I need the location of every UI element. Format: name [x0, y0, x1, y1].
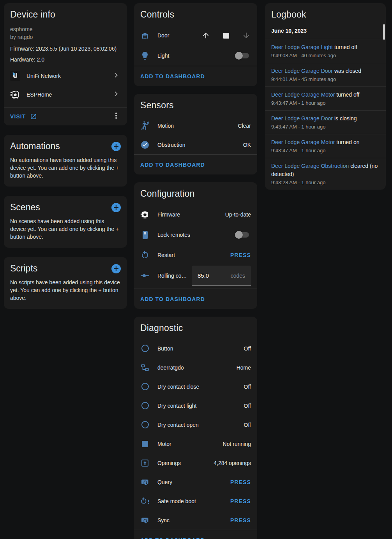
motion-state: Clear: [238, 123, 251, 129]
scripts-title: Scripts: [10, 263, 37, 274]
diag-label: Dry contact open: [157, 422, 240, 428]
controls-title: Controls: [134, 3, 257, 25]
door-open-button[interactable]: [201, 31, 210, 40]
diag-row-safe-mode-boot[interactable]: Safe mode boot PRESS: [134, 491, 257, 511]
restart-icon: [140, 250, 150, 260]
obstruction-label: Obstruction: [157, 142, 239, 148]
visit-button[interactable]: VISIT: [10, 113, 37, 120]
lan-icon: [140, 363, 150, 372]
rolling-code-input[interactable]: 85.0 codes: [192, 266, 251, 286]
logbook-card: Logbook June 10, 2023 Deer Lodge Garage …: [265, 3, 386, 190]
firmware-label: Firmware: [157, 211, 221, 218]
logbook-entry: Deer Lodge Garage Motor turned on 9:43:4…: [265, 134, 386, 158]
configuration-card: Configuration Firmware Up-to-date: [134, 182, 257, 309]
entity-link[interactable]: Deer Lodge Garage Motor: [271, 139, 335, 145]
control-row-light[interactable]: Light: [134, 46, 257, 66]
entity-link[interactable]: Deer Lodge Garage Obstruction: [271, 163, 349, 169]
door-stop-button[interactable]: [221, 31, 231, 40]
gesture-tap-icon: [140, 516, 150, 525]
entry-action: is closing: [334, 115, 357, 122]
diag-row-motor[interactable]: Motor Not running: [134, 434, 257, 453]
door-close-button[interactable]: [242, 31, 251, 40]
scenes-empty-text: No scenes have been added using this dev…: [4, 217, 127, 248]
sensor-row-obstruction[interactable]: Obstruction OK: [134, 135, 257, 154]
diag-row-dry-contact-light[interactable]: Dry contact light Off: [134, 396, 257, 415]
entry-action: turned off: [336, 92, 359, 98]
add-automation-button[interactable]: [111, 142, 121, 151]
device-info-card: Device info esphome by ratgdo Firmware: …: [4, 3, 127, 125]
chevron-right-icon: [111, 89, 121, 100]
entry-action: was closed: [334, 68, 361, 74]
arrow-down-icon: [242, 31, 251, 40]
config-row-restart[interactable]: Restart PRESS: [134, 245, 257, 265]
integration-label: ESPHome: [26, 92, 111, 98]
entity-link[interactable]: Deer Lodge Garage Motor: [271, 92, 335, 98]
scenes-title: Scenes: [10, 202, 40, 213]
diag-state: Off: [244, 384, 251, 390]
integration-row-esphome[interactable]: ESPHome: [4, 85, 127, 104]
sync-press-button[interactable]: PRESS: [230, 517, 251, 523]
diag-label: Safe mode boot: [157, 498, 230, 504]
light-toggle[interactable]: [236, 53, 249, 58]
logbook-scrollbar[interactable]: [383, 24, 385, 40]
scenes-card: Scenes No scenes have been added using t…: [4, 196, 127, 248]
unifi-icon: [10, 71, 20, 81]
query-press-button[interactable]: PRESS: [230, 479, 251, 485]
add-to-dashboard-button[interactable]: ADD TO DASHBOARD: [140, 73, 205, 79]
diag-state: 4,284 openings: [214, 460, 251, 466]
obstruction-state: OK: [243, 142, 251, 148]
logbook-entry: Deer Lodge Garage Light turned off 9:49:…: [265, 39, 386, 63]
diag-label: Motor: [157, 441, 219, 447]
automations-empty-text: No automations have been added using thi…: [4, 155, 127, 187]
config-row-rolling-code[interactable]: Rolling co… 85.0 codes: [134, 265, 257, 289]
chevron-right-icon: [111, 70, 121, 81]
add-to-dashboard-button[interactable]: ADD TO DASHBOARD: [140, 162, 205, 168]
lock-remotes-toggle[interactable]: [236, 232, 249, 238]
diag-row-sync[interactable]: Sync PRESS: [134, 511, 257, 530]
hardware-line: Hardware: 2.0: [4, 52, 127, 63]
motion-sensor-icon: [140, 121, 150, 130]
circle-outline-icon: [140, 401, 150, 410]
diag-row-dry-contact-open[interactable]: Dry contact open Off: [134, 415, 257, 434]
add-to-dashboard-button[interactable]: ADD TO DASHBOARD: [140, 537, 205, 539]
diagnostic-card: Diagnostic Button Off deerratgdo Home: [134, 317, 257, 539]
diag-state: Off: [244, 345, 251, 352]
diag-row-query[interactable]: Query PRESS: [134, 472, 257, 491]
scripts-empty-text: No scripts have been added using this de…: [4, 278, 127, 309]
restart-press-button[interactable]: PRESS: [230, 252, 251, 258]
entity-link[interactable]: Deer Lodge Garage Light: [271, 44, 333, 50]
diag-row-deerratgdo[interactable]: deerratgdo Home: [134, 358, 257, 377]
restart-label: Restart: [157, 252, 230, 258]
configuration-title: Configuration: [134, 182, 257, 204]
diagnostic-title: Diagnostic: [134, 317, 257, 339]
config-row-lock-remotes[interactable]: Lock remotes: [134, 225, 257, 245]
logbook-entry: Deer Lodge Garage Motor turned off 9:43:…: [265, 86, 386, 110]
diag-label: Openings: [157, 460, 210, 466]
stop-icon: [223, 33, 229, 39]
logbook-title: Logbook: [265, 3, 386, 25]
add-to-dashboard-button[interactable]: ADD TO DASHBOARD: [140, 296, 205, 302]
logbook-entry: Deer Lodge Garage Obstruction cleared (n…: [265, 158, 386, 190]
diag-label: Dry contact close: [157, 384, 240, 390]
check-circle-icon: [140, 140, 150, 150]
diag-row-openings[interactable]: Openings 4,284 openings: [134, 453, 257, 472]
diag-row-button[interactable]: Button Off: [134, 339, 257, 358]
overflow-menu-button[interactable]: [111, 111, 121, 122]
add-script-button[interactable]: [111, 264, 121, 273]
integration-row-unifi[interactable]: UniFi Network: [4, 67, 127, 85]
device-name: esphome: [4, 25, 127, 33]
entity-link[interactable]: Deer Lodge Garage Door: [271, 68, 333, 74]
entity-link[interactable]: Deer Lodge Garage Door: [271, 115, 333, 122]
config-row-firmware[interactable]: Firmware Up-to-date: [134, 204, 257, 225]
diag-row-dry-contact-close[interactable]: Dry contact close Off: [134, 377, 257, 396]
arrow-up-icon: [201, 31, 210, 40]
logbook-entry: Deer Lodge Garage Door is closing 9:43:4…: [265, 110, 386, 134]
add-scene-button[interactable]: [111, 203, 121, 212]
control-row-door[interactable]: Door: [134, 25, 257, 46]
entry-action: turned off: [334, 44, 357, 50]
safe-mode-boot-press-button[interactable]: PRESS: [230, 498, 251, 504]
visit-label: VISIT: [10, 113, 26, 120]
chip-icon: [140, 210, 150, 219]
esphome-icon: [10, 90, 20, 100]
sensor-row-motion[interactable]: Motion Clear: [134, 116, 257, 135]
